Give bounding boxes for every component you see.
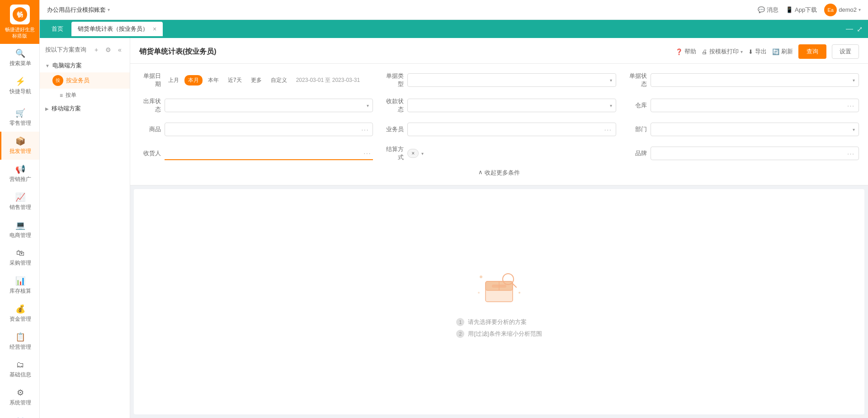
user-menu[interactable]: Ea demo2 ▾ bbox=[824, 4, 861, 16]
template-print-label: 按模板打印 bbox=[709, 48, 739, 56]
date-tab-custom[interactable]: 自定义 bbox=[267, 75, 291, 86]
main-area: 办公用品行业模拟账套 ▾ 💬 消息 📱 App下载 Ea demo2 ▾ 首页 bbox=[40, 0, 868, 418]
sidebar-item-retail[interactable]: 🛒 零售管理 bbox=[0, 104, 39, 132]
order-type-select[interactable]: ▾ bbox=[407, 73, 616, 87]
refresh-icon: 🔄 bbox=[772, 48, 779, 55]
settlement-arrow: ▾ bbox=[421, 151, 424, 156]
settings-scheme-button[interactable]: ⚙ bbox=[104, 45, 113, 54]
date-tab-this-year[interactable]: 本年 bbox=[204, 75, 222, 86]
user-dropdown-arrow: ▾ bbox=[859, 7, 861, 12]
sidebar-item-label: 系统管理 bbox=[9, 399, 31, 407]
template-print-button[interactable]: 🖨 按模板打印 ▾ bbox=[702, 48, 743, 56]
recipient-label: 收货人 bbox=[139, 149, 165, 157]
department-label: 部门 bbox=[625, 125, 651, 133]
active-dot-icon: 按 bbox=[52, 75, 63, 86]
filter-warehouse: 仓库 ··· bbox=[625, 95, 859, 116]
tab-home[interactable]: 首页 bbox=[45, 22, 70, 36]
finance-icon: 💰 bbox=[15, 304, 25, 314]
tree-parent-mobile[interactable]: ▶ 移动端方案 bbox=[40, 102, 130, 115]
warehouse-input[interactable]: ··· bbox=[651, 99, 859, 112]
sidebar-item-quick-nav[interactable]: ⚡ 快捷导航 bbox=[0, 72, 39, 100]
sidebar-item-search[interactable]: 🔍 搜索菜单 bbox=[0, 44, 39, 72]
template-print-arrow: ▾ bbox=[741, 49, 743, 54]
logo-text: 畅捷进好生意 标搭版 bbox=[2, 26, 37, 39]
sidebar-item-system[interactable]: ⚙ 系统管理 bbox=[0, 383, 39, 411]
department-select[interactable]: ▾ bbox=[651, 123, 859, 136]
goods-dots: ··· bbox=[361, 126, 369, 133]
sidebar-item-enterprise[interactable]: 👥 企业协同 bbox=[0, 411, 39, 418]
tab-maximize-button[interactable]: ⤢ bbox=[857, 25, 863, 33]
sidebar-item-marketing[interactable]: 📢 营销推广 bbox=[0, 160, 39, 188]
sidebar-item-label: 销售管理 bbox=[9, 204, 31, 211]
message-button[interactable]: 💬 消息 bbox=[758, 6, 778, 14]
page-title: 销货单统计表(按业务员) bbox=[139, 47, 217, 57]
filter-date-range: 单据日期 上月 本月 本年 近7天 更多 自定义 2023-03-01 至 20… bbox=[139, 69, 373, 91]
page-header: 销货单统计表(按业务员) ❓ 帮助 🖨 按模板打印 ▾ ⬇ 导出 bbox=[130, 38, 868, 64]
left-panel: 按以下方案查询 + ⚙ « ▼ 电脑端方案 按 按业务员 ≡ 按单 bbox=[40, 38, 130, 418]
order-type-control: ▾ bbox=[407, 73, 616, 87]
sidebar-item-inventory[interactable]: 📊 库存核算 bbox=[0, 271, 39, 299]
sidebar-item-purchase[interactable]: 🛍 采购管理 bbox=[0, 244, 39, 271]
sidebar-item-label: 快捷导航 bbox=[9, 88, 31, 95]
recipient-input[interactable]: ··· bbox=[165, 147, 373, 160]
tab-bar-right: — ⤢ bbox=[846, 25, 863, 33]
goods-input[interactable]: ··· bbox=[165, 123, 373, 136]
brand-input[interactable]: ··· bbox=[651, 147, 859, 160]
order-status-select[interactable]: ▾ bbox=[651, 73, 859, 87]
settlement-control: × ▾ bbox=[407, 149, 616, 158]
download-label: App下载 bbox=[795, 6, 817, 14]
enterprise-icon: 👥 bbox=[15, 416, 25, 418]
settings-button[interactable]: 设置 bbox=[832, 44, 859, 59]
add-scheme-button[interactable]: + bbox=[92, 45, 101, 54]
left-panel-header: 按以下方案查询 + ⚙ « bbox=[40, 43, 130, 57]
sidebar-item-label: 经营管理 bbox=[9, 343, 31, 351]
date-tab-last-month[interactable]: 上月 bbox=[165, 75, 183, 86]
export-label: 导出 bbox=[755, 48, 767, 56]
app-download-button[interactable]: 📱 App下载 bbox=[786, 6, 817, 14]
order-status-control: ▾ bbox=[651, 73, 859, 87]
out-status-select[interactable]: ▾ bbox=[165, 99, 373, 112]
date-tab-more[interactable]: 更多 bbox=[247, 75, 265, 86]
export-button[interactable]: ⬇ 导出 bbox=[748, 48, 767, 56]
top-header-left: 办公用品行业模拟账套 ▾ bbox=[47, 6, 110, 14]
help-button[interactable]: ❓ 帮助 bbox=[675, 48, 696, 56]
payment-status-select[interactable]: ▾ bbox=[407, 99, 616, 112]
collapse-label: 收起更多条件 bbox=[485, 169, 520, 177]
order-status-label: 单据状态 bbox=[625, 72, 651, 88]
sidebar-item-operations[interactable]: 📋 经营管理 bbox=[0, 328, 39, 356]
tab-minimize-button[interactable]: — bbox=[846, 25, 853, 33]
tab-sales-stat[interactable]: 销货单统计表（按业务员） × bbox=[71, 22, 163, 36]
date-tab-this-month[interactable]: 本月 bbox=[184, 75, 203, 86]
date-range-value: 2023-03-01 至 2023-03-31 bbox=[296, 76, 360, 84]
app-title-dropdown[interactable]: 办公用品行业模拟账套 ▾ bbox=[47, 6, 110, 14]
tab-close-icon[interactable]: × bbox=[153, 25, 156, 33]
left-panel-actions: + ⚙ « bbox=[92, 45, 124, 54]
query-button[interactable]: 查询 bbox=[798, 44, 826, 59]
sidebar-item-basic-info[interactable]: 🗂 基础信息 bbox=[0, 356, 39, 383]
user-name: demo2 bbox=[839, 6, 857, 13]
user-avatar: Ea bbox=[824, 4, 837, 16]
tree-grandchild-by-order[interactable]: ≡ 按单 bbox=[40, 89, 130, 102]
sidebar-item-finance[interactable]: 💰 资金管理 bbox=[0, 299, 39, 328]
sidebar-item-wholesale[interactable]: 📦 批发管理 bbox=[0, 132, 39, 160]
settlement-clear-tag[interactable]: × bbox=[407, 149, 419, 158]
filter-order-type: 单据类型 ▾ bbox=[382, 69, 616, 91]
sidebar-item-ecommerce[interactable]: 💻 电商管理 bbox=[0, 216, 39, 244]
tree-child-label: 按业务员 bbox=[66, 76, 90, 85]
collapse-panel-button[interactable]: « bbox=[115, 45, 124, 54]
tree-child-by-salesperson[interactable]: 按 按业务员 bbox=[40, 72, 130, 89]
refresh-button[interactable]: 🔄 刷新 bbox=[772, 48, 793, 56]
date-tab-7days[interactable]: 近7天 bbox=[224, 75, 245, 86]
collapse-filter-button[interactable]: ∧ 收起更多条件 bbox=[139, 166, 859, 180]
salesperson-input[interactable]: ··· bbox=[407, 123, 616, 136]
top-header: 办公用品行业模拟账套 ▾ 💬 消息 📱 App下载 Ea demo2 ▾ bbox=[40, 0, 868, 20]
tree-grandchild-label: 按单 bbox=[66, 91, 76, 99]
tree-arrow-icon: ▼ bbox=[45, 63, 50, 68]
goods-label: 商品 bbox=[139, 125, 165, 133]
sidebar-item-label: 批发管理 bbox=[9, 147, 31, 155]
basic-info-icon: 🗂 bbox=[16, 360, 24, 370]
sidebar-item-label: 搜索菜单 bbox=[9, 60, 31, 67]
sidebar-item-sales[interactable]: 📈 销售管理 bbox=[0, 188, 39, 216]
app-title-text: 办公用品行业模拟账套 bbox=[47, 6, 106, 14]
tree-parent-desktop[interactable]: ▼ 电脑端方案 bbox=[40, 59, 130, 72]
